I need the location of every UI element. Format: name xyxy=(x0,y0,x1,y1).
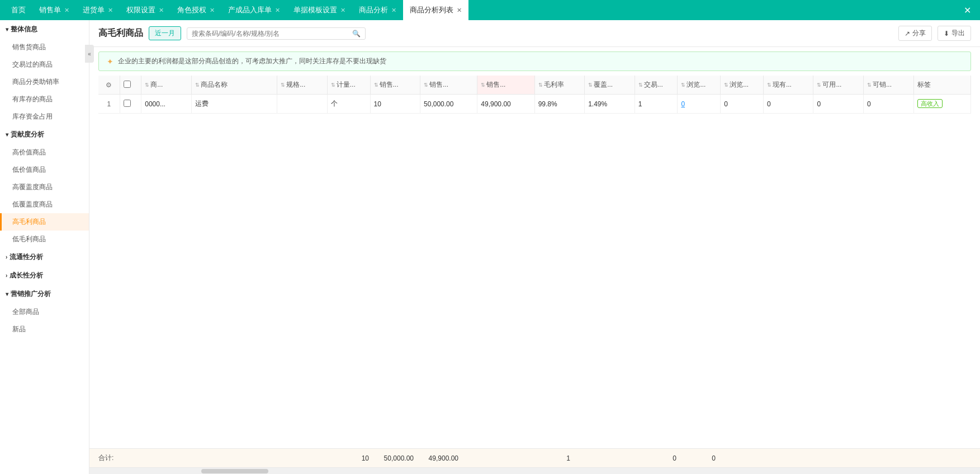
search-input[interactable] xyxy=(192,30,350,37)
table-container: ⚙ ⇅商... ⇅商品名称 ⇅规格... xyxy=(89,76,980,448)
cell-tag: 高收入 xyxy=(913,95,970,114)
sidebar-item-stock-capital[interactable]: 库存资金占用 xyxy=(0,108,89,125)
row-checkbox[interactable] xyxy=(124,100,131,107)
col-unit[interactable]: ⇅计量... xyxy=(327,76,370,95)
col-sales3[interactable]: ⇅销售... xyxy=(477,76,534,95)
nav-template[interactable]: 单据模板设置 ✕ xyxy=(287,0,352,20)
footer-current-val: 0 xyxy=(641,454,680,462)
search-box-container: 🔍 xyxy=(187,27,366,40)
sort-current-icon: ⇅ xyxy=(767,82,771,88)
arrow-overall: ▾ xyxy=(6,26,8,32)
cell-name: 运费 xyxy=(191,95,277,114)
select-all-checkbox[interactable] xyxy=(124,81,131,88)
col-gross-rate[interactable]: ⇅毛利率 xyxy=(534,76,585,95)
cell-sales1: 10 xyxy=(370,95,420,114)
nav-analysis-list[interactable]: 商品分析列表 ✕ xyxy=(403,0,468,20)
cell-coverage: 1.49% xyxy=(585,95,635,114)
sidebar-item-in-stock[interactable]: 有库存的商品 xyxy=(0,91,89,108)
sidebar-item-low-value[interactable]: 低价值商品 xyxy=(0,161,89,179)
close-template-tab[interactable]: ✕ xyxy=(340,7,345,14)
sort-browse2-icon: ⇅ xyxy=(724,82,728,88)
cell-no: 1 xyxy=(98,95,120,114)
export-button[interactable]: ⬇ 导出 xyxy=(938,26,971,41)
horizontal-scrollbar[interactable] xyxy=(89,467,980,474)
col-spec[interactable]: ⇅规格... xyxy=(277,76,328,95)
nav-product-in[interactable]: 产成品入库单 ✕ xyxy=(221,0,287,20)
nav-sales[interactable]: 销售单 ✕ xyxy=(32,0,76,20)
settings-icon[interactable]: ⚙ xyxy=(106,81,112,89)
sidebar-item-high-margin[interactable]: 高毛利商品 xyxy=(0,213,89,231)
sidebar-item-category-rate[interactable]: 商品分类助销率 xyxy=(0,73,89,91)
nav-role[interactable]: 角色授权 ✕ xyxy=(171,0,221,20)
cell-gross-rate: 99.8% xyxy=(534,95,585,114)
cell-checkbox[interactable] xyxy=(120,95,141,114)
filter-recent-month-button[interactable]: 近一月 xyxy=(149,26,181,40)
close-permission-tab[interactable]: ✕ xyxy=(159,7,164,14)
window-close-button[interactable]: ✕ xyxy=(959,5,976,16)
col-coverage[interactable]: ⇅覆盖... xyxy=(585,76,635,95)
col-settings[interactable]: ⚙ xyxy=(98,76,120,95)
share-button[interactable]: ↗ 分享 xyxy=(898,26,932,41)
sidebar-item-low-coverage[interactable]: 低覆盖度商品 xyxy=(0,196,89,213)
footer-sales1 xyxy=(233,454,333,462)
sort-sales1-icon: ⇅ xyxy=(374,82,378,88)
content-header: 高毛利商品 近一月 🔍 ↗ 分享 ⬇ 导出 xyxy=(89,20,980,47)
sort-sellable-icon: ⇅ xyxy=(867,82,872,88)
close-analysis-tab[interactable]: ✕ xyxy=(391,7,396,14)
col-checkbox[interactable] xyxy=(120,76,141,95)
sidebar-group-marketing[interactable]: ▾ 营销推广分析 xyxy=(0,285,89,303)
main-layout: ▾ 整体信息 销售货商品 交易过的商品 商品分类助销率 有库存的商品 库存资金占… xyxy=(0,20,980,474)
col-name[interactable]: ⇅商品名称 xyxy=(191,76,277,95)
col-sales2[interactable]: ⇅销售... xyxy=(420,76,477,95)
sidebar-group-overall[interactable]: ▾ 整体信息 xyxy=(0,20,89,39)
col-trade[interactable]: ⇅交易... xyxy=(635,76,678,95)
sidebar-item-high-value[interactable]: 高价值商品 xyxy=(0,144,89,161)
sort-available-icon: ⇅ xyxy=(817,82,821,88)
col-sales1[interactable]: ⇅销售... xyxy=(370,76,420,95)
close-purchase-tab[interactable]: ✕ xyxy=(108,7,113,14)
footer-browse1 xyxy=(574,454,607,462)
tag-badge: 高收入 xyxy=(917,99,943,108)
close-role-tab[interactable]: ✕ xyxy=(210,7,215,14)
close-analysis-list-tab[interactable]: ✕ xyxy=(457,7,462,14)
cell-browse1[interactable]: 0 xyxy=(678,95,721,114)
col-current[interactable]: ⇅现有... xyxy=(763,76,813,95)
cell-sku: 0000... xyxy=(141,95,192,114)
data-table: ⚙ ⇅商... ⇅商品名称 ⇅规格... xyxy=(98,76,971,114)
col-tag[interactable]: 标签 xyxy=(913,76,970,95)
nav-analysis[interactable]: 商品分析 ✕ xyxy=(352,0,403,20)
sidebar-group-growth[interactable]: › 成长性分析 xyxy=(0,266,89,285)
content-area: 高毛利商品 近一月 🔍 ↗ 分享 ⬇ 导出 ✦ 企业的主要的利润都是这部分商品创… xyxy=(89,20,980,474)
footer-sales2-val: 50,000.00 xyxy=(372,454,417,462)
footer-label: 合计: xyxy=(98,453,233,463)
close-product-in-tab[interactable]: ✕ xyxy=(275,7,280,14)
nav-permission[interactable]: 权限设置 ✕ xyxy=(120,0,171,20)
col-sku[interactable]: ⇅商... xyxy=(141,76,192,95)
sort-sales3-icon: ⇅ xyxy=(481,82,485,88)
sort-browse1-icon: ⇅ xyxy=(681,82,685,88)
scrollbar-thumb[interactable] xyxy=(201,469,268,473)
nav-home[interactable]: 首页 xyxy=(4,0,32,20)
browse1-link[interactable]: 0 xyxy=(681,100,685,108)
search-icon[interactable]: 🔍 xyxy=(352,30,361,37)
sidebar-item-new-goods[interactable]: 新品 xyxy=(0,321,89,338)
sidebar-item-all-goods[interactable]: 全部商品 xyxy=(0,303,89,321)
footer-available-val: 0 xyxy=(680,454,719,462)
close-sales-tab[interactable]: ✕ xyxy=(64,7,69,14)
col-browse2[interactable]: ⇅浏览... xyxy=(721,76,764,95)
sidebar-group-contribution[interactable]: ▾ 贡献度分析 xyxy=(0,125,89,144)
sidebar-item-low-margin[interactable]: 低毛利商品 xyxy=(0,231,89,248)
sidebar-item-high-coverage[interactable]: 高覆盖度商品 xyxy=(0,179,89,196)
sidebar-item-traded-goods[interactable]: 交易过的商品 xyxy=(0,56,89,73)
sidebar-item-sales-goods[interactable]: 销售货商品 xyxy=(0,39,89,56)
sidebar-group-flow[interactable]: › 流通性分析 xyxy=(0,248,89,266)
page-title: 高毛利商品 xyxy=(98,27,143,39)
col-available[interactable]: ⇅可用... xyxy=(813,76,864,95)
arrow-contribution: ▾ xyxy=(6,132,8,138)
col-browse1[interactable]: ⇅浏览... xyxy=(678,76,721,95)
footer-gross xyxy=(462,454,501,462)
col-sellable[interactable]: ⇅可销... xyxy=(863,76,913,95)
cell-sellable: 0 xyxy=(863,95,913,114)
nav-purchase[interactable]: 进货单 ✕ xyxy=(76,0,120,20)
sidebar-collapse-button[interactable]: « xyxy=(85,45,94,63)
